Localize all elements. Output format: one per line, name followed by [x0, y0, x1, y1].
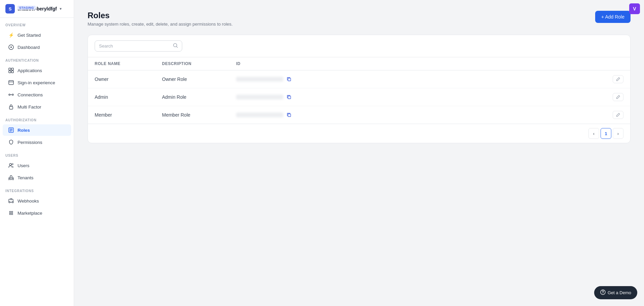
sidebar-item-label: Sign-in experience	[18, 80, 55, 85]
sidebar-item-label: Users	[18, 163, 29, 168]
th-actions	[526, 57, 630, 70]
sidebar-item-label: Applications	[18, 68, 42, 73]
svg-point-17	[12, 163, 13, 165]
svg-point-18	[10, 176, 12, 178]
svg-rect-6	[9, 81, 13, 85]
demo-label: Get a Demo	[608, 290, 631, 295]
sidebar-item-get-started[interactable]: ⚡ Get Started	[3, 29, 71, 41]
svg-rect-30	[288, 96, 291, 99]
connections-icon	[8, 92, 14, 98]
table-row: Admin Admin Role	[88, 88, 630, 106]
sidebar-item-label: Get Started	[18, 33, 41, 38]
id-blurred	[236, 77, 283, 82]
sidebar-item-label: Dashboard	[18, 45, 40, 50]
roles-icon	[8, 127, 14, 133]
next-page-button[interactable]: ›	[613, 128, 623, 139]
table-row: Owner Owner Role	[88, 70, 630, 88]
tenants-icon	[8, 175, 14, 181]
svg-rect-5	[11, 71, 13, 73]
page-1-button[interactable]: 1	[601, 128, 611, 139]
role-id-cell	[229, 106, 526, 124]
sidebar-item-sign-in-experience[interactable]: Sign-in experience	[3, 77, 71, 88]
sidebar-item-label: Roles	[18, 128, 30, 133]
webhooks-icon	[8, 198, 14, 204]
id-blurred	[236, 113, 283, 117]
sidebar-item-dashboard[interactable]: Dashboard	[3, 41, 71, 53]
search-bar	[88, 35, 630, 57]
sidebar-item-applications[interactable]: Applications	[3, 65, 71, 76]
auth-section-label: AUTHENTICATION	[0, 53, 74, 64]
page-title: Roles	[88, 11, 233, 20]
copy-id-button[interactable]	[286, 112, 292, 118]
overview-section-label: OVERVIEW	[0, 18, 74, 29]
search-input[interactable]	[99, 43, 170, 49]
role-id-cell	[229, 88, 526, 106]
role-edit-button[interactable]	[613, 93, 623, 101]
sidebar-header: S STAGING shadow-beryldfgf ▾	[0, 0, 74, 18]
prev-page-button[interactable]: ‹	[588, 128, 599, 139]
demo-button[interactable]: Get a Demo	[594, 286, 637, 299]
copy-id-button[interactable]	[286, 76, 292, 82]
role-edit-button[interactable]	[613, 111, 623, 119]
users-section-label: USERS	[0, 148, 74, 159]
svg-point-26	[9, 213, 11, 215]
sidebar-item-label: Permissions	[18, 140, 42, 145]
pagination: ‹ 1 ›	[88, 124, 630, 143]
svg-rect-4	[9, 71, 11, 73]
svg-point-8	[9, 94, 10, 95]
table-row: Member Member Role	[88, 106, 630, 124]
sidebar-item-label: Connections	[18, 92, 43, 97]
staging-badge: STAGING	[18, 6, 36, 10]
role-name-cell: Admin	[88, 88, 155, 106]
svg-point-1	[10, 47, 12, 48]
user-avatar[interactable]: V	[629, 3, 640, 14]
role-edit-button[interactable]	[613, 75, 623, 83]
sidebar-item-connections[interactable]: Connections	[3, 89, 71, 100]
chevron-down-icon: ▾	[60, 6, 62, 11]
role-name-cell: Member	[88, 106, 155, 124]
roles-table-card: Role Name Description ID Owner Owner Rol…	[88, 35, 631, 143]
brand-avatar: S	[5, 4, 15, 13]
users-icon	[8, 162, 14, 169]
sidebar-item-webhooks[interactable]: Webhooks	[3, 195, 71, 207]
svg-rect-11	[9, 106, 13, 109]
th-id: ID	[229, 57, 526, 70]
sidebar-item-permissions[interactable]: Permissions	[3, 136, 71, 148]
svg-point-24	[9, 211, 11, 213]
svg-rect-31	[288, 114, 291, 117]
search-input-wrapper[interactable]	[95, 40, 182, 52]
page-subtitle: Manage system roles, create, edit, delet…	[88, 22, 233, 27]
sidebar-item-marketplace[interactable]: Marketplace	[3, 207, 71, 219]
copy-id-button[interactable]	[286, 94, 292, 100]
permissions-icon	[8, 139, 14, 145]
sidebar-item-roles[interactable]: Roles	[3, 124, 71, 136]
role-actions-cell	[526, 106, 630, 124]
role-id-cell	[229, 70, 526, 88]
page-header: Roles Manage system roles, create, edit,…	[88, 11, 631, 27]
role-actions-cell	[526, 88, 630, 106]
svg-point-27	[11, 213, 13, 215]
sidebar-item-label: Webhooks	[18, 198, 39, 204]
lock-icon	[8, 104, 14, 110]
role-description-cell: Admin Role	[155, 88, 229, 106]
sidebar-item-label: Tenants	[18, 175, 33, 180]
authz-section-label: AUTHORIZATION	[0, 113, 74, 124]
svg-rect-29	[288, 78, 291, 81]
sidebar: S STAGING shadow-beryldfgf ▾ OVERVIEW ⚡ …	[0, 0, 74, 306]
svg-point-16	[9, 163, 11, 165]
svg-point-25	[11, 211, 13, 213]
lightning-icon: ⚡	[8, 32, 14, 38]
svg-rect-3	[11, 68, 13, 70]
brand-section[interactable]: S STAGING shadow-beryldfgf ▾	[5, 4, 62, 13]
sidebar-item-tenants[interactable]: Tenants	[3, 172, 71, 183]
role-actions-cell	[526, 70, 630, 88]
svg-rect-2	[9, 68, 11, 70]
sidebar-item-multi-factor[interactable]: Multi Factor	[3, 101, 71, 113]
role-description-cell: Member Role	[155, 106, 229, 124]
add-role-button[interactable]: + Add Role	[595, 11, 631, 23]
page-title-section: Roles Manage system roles, create, edit,…	[88, 11, 233, 27]
role-description-cell: Owner Role	[155, 70, 229, 88]
dashboard-icon	[8, 44, 14, 50]
sidebar-item-users[interactable]: Users	[3, 160, 71, 171]
role-name-cell: Owner	[88, 70, 155, 88]
